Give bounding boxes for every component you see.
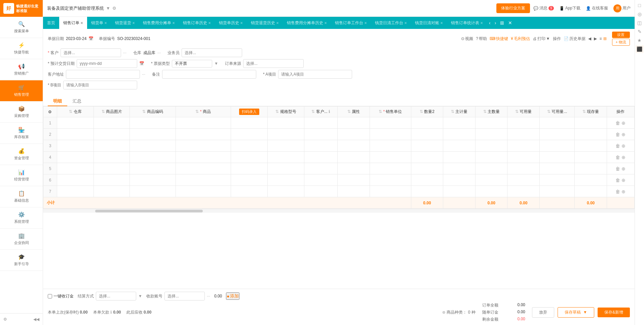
invoice-dropdown-icon[interactable]: ▼: [214, 61, 218, 66]
customer-more[interactable]: ···: [123, 50, 126, 55]
nav-tab-fee-history[interactable]: 销售费用分摊单历史 ✕: [283, 17, 331, 29]
account-input[interactable]: [164, 292, 205, 300]
cell-mainqty-5[interactable]: [475, 163, 507, 174]
staff-input[interactable]: [182, 48, 242, 57]
nav-tab-cash-workbench[interactable]: 钱货日清工作台 ✕: [371, 17, 411, 29]
cell-avail-1[interactable]: [507, 117, 540, 129]
nav-tab-order-workbench[interactable]: 销售订单工作台 ✕: [331, 17, 371, 29]
cell-unit-6[interactable]: [370, 174, 411, 186]
cell-mainqty-4[interactable]: [475, 152, 507, 163]
right-panel-icon-5[interactable]: ★: [636, 36, 644, 44]
title-dropdown-icon[interactable]: ▼: [106, 6, 110, 11]
close-tab-order-history[interactable]: ✕: [208, 21, 211, 25]
cell-mainunit-2[interactable]: [443, 129, 476, 140]
right-panel-icon-1[interactable]: □: [636, 1, 644, 9]
close-tab-order-stats[interactable]: ✕: [480, 21, 483, 25]
col-spec[interactable]: ⇅ 规格型号: [267, 107, 304, 117]
scrollbar-thumb[interactable]: [95, 210, 203, 212]
warehouse-more[interactable]: ···: [157, 50, 161, 55]
cell-unit-2[interactable]: [370, 129, 411, 140]
cell-img-7[interactable]: [94, 186, 130, 197]
col-customer-code[interactable]: ⇅ 客户... ℹ: [304, 107, 338, 117]
cell-product-5[interactable]: [176, 163, 231, 174]
cell-img-2[interactable]: [94, 129, 130, 140]
sidebar-item-guide[interactable]: ⚡ 快捷导航: [0, 38, 43, 59]
cell-mainqty-7[interactable]: [475, 186, 507, 197]
cell-code-5[interactable]: [130, 163, 176, 174]
col-product[interactable]: ⇅ * 商品: [176, 107, 231, 117]
cell-qty2-7[interactable]: [411, 186, 443, 197]
cell-product-3[interactable]: [176, 140, 231, 152]
sidebar-collapse-icon[interactable]: ◀◀: [33, 317, 39, 322]
cell-avail-7[interactable]: [507, 186, 540, 197]
close-tab-cash-reconcile[interactable]: ✕: [440, 21, 443, 25]
cell-spec-5[interactable]: [267, 163, 304, 174]
cell-custcode-4[interactable]: [304, 152, 338, 163]
close-tab-order-workbench[interactable]: ✕: [364, 21, 367, 25]
nav-tab-order-history[interactable]: 销售订单历史 ✕: [179, 17, 215, 29]
tab-nav-expand[interactable]: ⊞: [498, 17, 506, 29]
cell-img-6[interactable]: [94, 174, 130, 186]
cell-stock-3[interactable]: [575, 140, 607, 152]
cell-mainunit-7[interactable]: [443, 186, 476, 197]
copy-row-3[interactable]: ⊕: [621, 143, 626, 149]
cell-custcode-2[interactable]: [304, 129, 338, 140]
cell-mainqty-6[interactable]: [475, 174, 507, 186]
copy-row-1[interactable]: ⊕: [621, 120, 626, 126]
nav-tab-return[interactable]: 销货退货 ✕: [111, 17, 139, 29]
table-scrollbar[interactable]: [43, 209, 635, 213]
cell-unit-3[interactable]: [370, 140, 411, 152]
cell-spec-2[interactable]: [267, 129, 304, 140]
tab-nav-prev[interactable]: ‹: [487, 17, 493, 29]
col-main-qty[interactable]: ⇅ 主数量: [475, 107, 507, 117]
cell-qty2-2[interactable]: [411, 129, 443, 140]
one-click-checkout-checkbox[interactable]: [48, 294, 52, 298]
cell-spec-6[interactable]: [267, 174, 304, 186]
col-product-img[interactable]: ⇅ 商品图片: [94, 107, 130, 117]
col-main-unit[interactable]: ⇅ 主计量: [443, 107, 476, 117]
close-tab-sales-order[interactable]: ✕: [80, 21, 83, 25]
cell-unit-5[interactable]: [370, 163, 411, 174]
app-download-btn[interactable]: 📱 App下载: [559, 5, 580, 11]
copy-row-7[interactable]: ⊕: [621, 189, 626, 194]
cell-custcode-7[interactable]: [304, 186, 338, 197]
close-tab-return-history[interactable]: ✕: [276, 21, 279, 25]
cell-warehouse-6[interactable]: [57, 174, 93, 186]
cell-prop-6[interactable]: [338, 174, 370, 186]
cell-avail2-6[interactable]: [540, 174, 575, 186]
cell-product-2[interactable]: [176, 129, 231, 140]
sidebar-item-operation[interactable]: 📊 经营管理: [0, 165, 43, 186]
sidebar-item-newbie[interactable]: 🎓 新手引导: [0, 250, 43, 271]
cell-stock-4[interactable]: [575, 152, 607, 163]
sidebar-item-marketing[interactable]: 📢 营销推广: [0, 59, 43, 80]
cell-img-5[interactable]: [94, 163, 130, 174]
right-panel-icon-4[interactable]: ✎: [636, 28, 644, 36]
cell-avail2-5[interactable]: [540, 163, 575, 174]
save-new-button[interactable]: 保存&新增: [598, 308, 630, 317]
settings-btn[interactable]: 设置: [612, 32, 630, 38]
close-tab-cash-workbench[interactable]: ✕: [404, 21, 407, 25]
sub-tab-detail[interactable]: 明细: [48, 97, 67, 106]
close-tab-fee-history[interactable]: ✕: [324, 21, 327, 25]
cell-unit-1[interactable]: [370, 117, 411, 129]
cell-code-6[interactable]: [130, 174, 176, 186]
delete-row-1[interactable]: 🗑: [615, 120, 620, 126]
cell-product-1[interactable]: [176, 117, 231, 129]
nav-tab-return-history[interactable]: 销货退货历史 ✕: [247, 17, 283, 29]
delete-row-5[interactable]: 🗑: [615, 166, 620, 171]
cell-prop-3[interactable]: [338, 140, 370, 152]
delivery-calendar-icon[interactable]: 📅: [139, 61, 144, 66]
order-source-input[interactable]: [243, 59, 304, 68]
history-nav-next[interactable]: ▶: [594, 36, 597, 41]
cell-warehouse-1[interactable]: [57, 117, 93, 129]
cell-prop-2[interactable]: [338, 129, 370, 140]
payment-method-dropdown[interactable]: ▼: [138, 294, 142, 298]
cell-custcode-6[interactable]: [304, 174, 338, 186]
customer-input[interactable]: [61, 48, 121, 57]
help-btn[interactable]: ? 帮助: [476, 36, 487, 42]
one-click-checkout-label[interactable]: 一键收订金: [48, 293, 74, 299]
cell-unit-4[interactable]: [370, 152, 411, 163]
note-input[interactable]: [162, 70, 256, 79]
cell-custcode-5[interactable]: [304, 163, 338, 174]
sidebar-item-purchase[interactable]: 📦 采购管理: [0, 101, 43, 123]
